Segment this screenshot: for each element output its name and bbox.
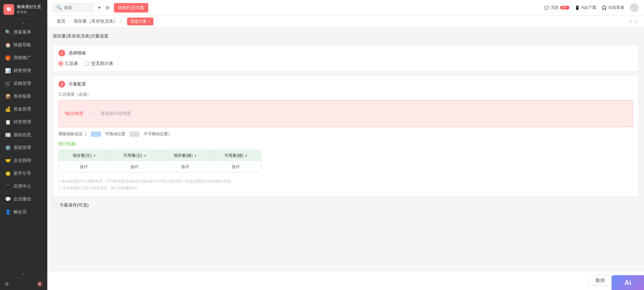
sidebar-item-system[interactable]: ⚙️ 系统管理: [0, 141, 47, 154]
sidebar-item-wechat[interactable]: 💬 企业微信: [0, 193, 47, 206]
box-icon: 📦: [5, 93, 11, 99]
phone-icon: 📱: [5, 183, 11, 189]
step1-title: 选择模板: [69, 50, 86, 56]
tab-inventory[interactable]: 现存量（库存状况表） ×: [70, 16, 126, 27]
cancel-button[interactable]: 取消: [589, 275, 612, 286]
chevron-down-icon-3[interactable]: ▾: [245, 154, 247, 158]
tab-bar: 首页 现存量（库存状况表） × 新建方案 × × ⤢: [47, 16, 644, 28]
topbar-right: 💬 消息 99+ 📱 App下载 🎧 在线客服: [544, 3, 639, 12]
user-icon: 👤: [5, 209, 11, 215]
tab-home[interactable]: 首页: [53, 16, 70, 27]
stats-body-cell-3: 合计: [210, 161, 261, 172]
settings-icon[interactable]: ⚙: [5, 281, 9, 287]
stats-table-body: 合计 合计 合计 合计: [59, 161, 261, 172]
chat-icon: 💬: [5, 196, 11, 202]
message-button[interactable]: 💬 消息 99+: [544, 5, 569, 10]
tips-section: 1.拖动标题栏可以调整布局，不可跨维度或指标区域拖动栏目字段(只能在同一维度或指…: [58, 178, 633, 192]
main-content: 🔍 ▼ ⚙ 体验行业方案 💬 消息 99+ 📱 App下载 🎧 在线客服: [47, 0, 644, 290]
save-checkbox[interactable]: [53, 203, 57, 208]
stats-table: 现存量(主) ▾ 可用量(主) ▾ 现存量(辅) ▾ 可用量(辅) ▾: [58, 150, 261, 173]
sidebar-item-basic-info[interactable]: 📰 基础信息: [0, 128, 47, 141]
chevron-down-icon-1[interactable]: ▾: [144, 154, 146, 158]
sidebar-item-app-center[interactable]: 📱 应用中心: [0, 180, 47, 193]
tab-new-plan-close-icon[interactable]: ×: [148, 20, 150, 23]
chevron-down-icon-2[interactable]: ▾: [195, 154, 196, 158]
dropdown-chevron-icon[interactable]: ▼: [97, 5, 101, 10]
star-icon: 🌟: [5, 170, 11, 176]
sidebar: 畅 畅康通好生意 标准版 ▲ 🔍 搜索菜单 🏠 快捷导航 🎁 营销推广 📊 销售…: [0, 0, 47, 290]
stats-table-header: 现存量(主) ▾ 可用量(主) ▾ 现存量(辅) ▾ 可用量(辅) ▾: [59, 150, 261, 161]
sidebar-item-finance[interactable]: 💰 资金管理: [0, 103, 47, 116]
tab-inventory-close-icon[interactable]: ×: [120, 19, 122, 23]
user-avatar[interactable]: [630, 3, 639, 12]
sidebar-item-member[interactable]: 👤 畅会员: [0, 206, 47, 218]
save-option-label: 方案保存(可选): [59, 202, 89, 208]
message-icon: 💬: [544, 5, 549, 10]
stats-header-cell-0[interactable]: 现存量(主) ▾: [59, 150, 109, 161]
tab-new-plan[interactable]: 新建方案 ×: [127, 18, 153, 25]
logo-icon: 畅: [3, 4, 14, 15]
step2-title: 方案配置: [69, 81, 86, 87]
topbar-gear-icon[interactable]: ⚙: [105, 5, 110, 10]
sidebar-item-operation[interactable]: 📋 经营管理: [0, 116, 47, 128]
sound-icon[interactable]: 🔇: [37, 281, 43, 287]
dimension-separator: ——: [88, 111, 96, 116]
stats-section-label: 统计指标: [58, 141, 633, 147]
tip-1: 1.拖动标题栏可以调整布局，不可跨维度或指标区域拖动栏目字段(只能在同一维度或指…: [58, 178, 633, 185]
step1-header: 1 选择模板: [58, 50, 633, 56]
search-input[interactable]: [64, 5, 91, 10]
app-download-button[interactable]: 📱 App下载: [575, 5, 596, 10]
draggable-label: 可拖动位置: [105, 131, 125, 137]
search-box[interactable]: 🔍: [53, 3, 93, 12]
sidebar-scroll-down[interactable]: ▼: [0, 271, 47, 277]
step2-header: 2 方案配置: [58, 81, 633, 88]
non-draggable-label: 不可拖动位置）: [144, 131, 172, 137]
sidebar-item-quick-nav[interactable]: 🏠 快捷导航: [0, 39, 47, 51]
stats-header-cell-1[interactable]: 可用量(主) ▾: [109, 150, 160, 161]
sidebar-bottom: ⚙ 🔇: [0, 277, 47, 290]
download-icon: 📱: [575, 5, 580, 10]
dimension-box[interactable]: *纵向维度 —— 请选择分组维度: [58, 100, 633, 127]
sidebar-item-marketing[interactable]: 🎁 营销推广: [0, 51, 47, 64]
template-radio-group: 汇总表 交叉统计表: [58, 61, 633, 67]
sidebar-item-guide[interactable]: 🌟 新手引导: [0, 167, 47, 180]
handshake-icon: 🤝: [5, 158, 11, 164]
ai-badge[interactable]: Ai: [612, 275, 644, 290]
sidebar-item-inventory[interactable]: 📦 库存核算: [0, 90, 47, 103]
sidebar-item-cooperation[interactable]: 🤝 企业协同: [0, 154, 47, 167]
search-icon: 🔍: [56, 5, 62, 10]
radio-summary-table[interactable]: 汇总表: [58, 61, 78, 67]
sidebar-item-purchase[interactable]: 🛒 采购管理: [0, 77, 47, 90]
gear-icon: ⚙️: [5, 145, 11, 151]
industry-plan-button[interactable]: 体验行业方案: [114, 3, 148, 13]
logo-text: 畅康通好生意 标准版: [17, 4, 41, 15]
money-icon: 💰: [5, 106, 11, 112]
save-option-row: 方案保存(可选): [53, 202, 639, 208]
radio-cross-table[interactable]: 交叉统计表: [85, 61, 113, 67]
gift-icon: 🎁: [5, 55, 11, 61]
sidebar-item-sales[interactable]: 📊 销售管理: [0, 64, 47, 77]
stats-header-cell-3[interactable]: 可用量(辅) ▾: [210, 150, 261, 161]
footer-bar: 取消 查询: [47, 271, 644, 290]
stats-header-cell-2[interactable]: 现存量(辅) ▾: [160, 150, 211, 161]
indicator-label-text: 模板指标设定（: [58, 131, 87, 137]
home-icon: 🏠: [5, 42, 11, 48]
dimension-required-label: *纵向维度: [64, 111, 83, 117]
draggable-indicator: [91, 131, 101, 137]
page-title: 现存量(库存状况表)方案设置: [53, 33, 639, 39]
non-draggable-indicator: [129, 131, 140, 137]
radio-summary-circle: [58, 61, 63, 66]
search-menu-icon: 🔍: [5, 29, 11, 35]
close-main-icon[interactable]: ×: [629, 19, 632, 24]
stats-body-cell-1: 合计: [109, 161, 160, 172]
fullscreen-icon[interactable]: ⤢: [635, 19, 639, 24]
sidebar-scroll-up[interactable]: ▲: [0, 19, 47, 26]
sidebar-item-search-menu[interactable]: 🔍 搜索菜单: [0, 26, 47, 39]
newspaper-icon: 📰: [5, 132, 11, 138]
chevron-down-icon-0[interactable]: ▾: [94, 154, 95, 158]
service-icon: 🎧: [602, 5, 607, 10]
step1-badge: 1: [58, 50, 65, 56]
radio-cross-circle: [85, 61, 90, 66]
online-service-button[interactable]: 🎧 在线客服: [602, 5, 624, 10]
dimension-placeholder: 请选择分组维度: [100, 111, 131, 117]
